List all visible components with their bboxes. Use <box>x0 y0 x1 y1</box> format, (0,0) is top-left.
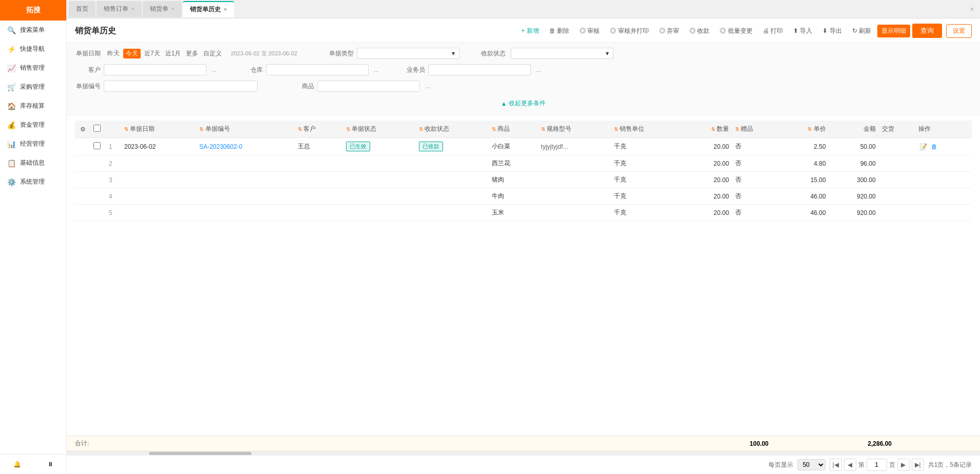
pause-icon[interactable]: ⏸ <box>47 461 53 468</box>
import-button[interactable]: ⬆ 导入 <box>789 25 816 37</box>
col-action: 操作 <box>915 121 972 138</box>
pay-status-select[interactable]: ▾ <box>511 48 613 59</box>
sidebar-item-system-mgmt[interactable]: ⚙️ 系统管理 <box>0 172 66 191</box>
scrollbar-thumb[interactable] <box>149 452 252 455</box>
row-settings <box>75 172 90 188</box>
toolbar: + 新增 🗑 删除 ◎ 审核 ◎ 审核并打印 ◎ 弃审 ◎ 收款 ◎ 批量变更 … <box>517 24 972 38</box>
sort-icon-7: ⇅ <box>541 126 545 132</box>
query-button[interactable]: 查询 <box>912 24 942 38</box>
col-gift[interactable]: ⇅ 赠品 <box>732 121 780 138</box>
select-all-checkbox[interactable] <box>93 125 101 132</box>
collapse-button[interactable]: ▲ 收起更多条件 <box>75 97 972 110</box>
date-shortcut-more[interactable]: 更多 <box>184 49 200 58</box>
col-pay-status[interactable]: ⇅ 收款状态 <box>416 121 489 138</box>
warehouse-input[interactable] <box>266 64 369 75</box>
col-spec[interactable]: ⇅ 规格型号 <box>538 121 611 138</box>
doc-type-select[interactable]: ▾ <box>357 48 459 59</box>
chevron-down-icon: ▾ <box>452 50 455 57</box>
col-unit-price[interactable]: ⇅ 单价 <box>780 121 829 138</box>
col-doc-no[interactable]: ⇅ 单据编号 <box>196 121 294 138</box>
page-size-select[interactable]: 50 100 200 <box>797 459 825 470</box>
horizontal-scrollbar[interactable] <box>67 451 980 455</box>
tab-sales-goods[interactable]: 销货单 × <box>143 1 182 17</box>
sort-icon-5: ⇅ <box>419 126 423 132</box>
date-shortcut-yesterday[interactable]: 昨天 <box>106 49 121 58</box>
sidebar-item-basic-info[interactable]: 📋 基础信息 <box>0 153 66 172</box>
row-doc-no[interactable] <box>196 172 294 188</box>
action-button[interactable]: 🗑 <box>930 143 938 150</box>
audit-print-button[interactable]: ◎ 审核并打印 <box>606 25 652 37</box>
sidebar-item-inventory-calc[interactable]: 🏠 库存核算 <box>0 96 66 115</box>
product-picker-button[interactable]: ... <box>425 83 430 90</box>
doc-number-input[interactable] <box>104 81 258 92</box>
product-input[interactable] <box>317 81 420 92</box>
export-button[interactable]: ⬇ 导出 <box>818 25 846 37</box>
close-sales-order-icon[interactable]: × <box>131 6 134 12</box>
col-customer[interactable]: ⇅ 客户 <box>295 121 343 138</box>
date-range-display: 2023-06-02 至 2023-06-02 <box>230 50 297 57</box>
close-all-tabs-button[interactable]: × <box>966 6 978 13</box>
row-pay-status <box>416 155 489 172</box>
row-doc-no[interactable] <box>196 155 294 172</box>
tab-sales-history[interactable]: 销货单历史 × <box>183 1 234 17</box>
warehouse-picker-button[interactable]: ... <box>374 66 379 73</box>
close-sales-history-icon[interactable]: × <box>224 7 227 12</box>
collect-button[interactable]: ◎ 收款 <box>685 25 714 37</box>
customer-picker-button[interactable]: ... <box>212 66 217 73</box>
sidebar-item-quick-nav[interactable]: ⚡ 快捷导航 <box>0 40 66 58</box>
last-page-button[interactable]: ▶| <box>912 459 924 471</box>
sidebar-item-ops-mgmt[interactable]: 📊 经营管理 <box>0 134 66 153</box>
row-date <box>121 188 196 205</box>
col-qty[interactable]: ⇅ 数量 <box>684 121 732 138</box>
row-qty: 20.00 <box>684 188 732 205</box>
action-button[interactable]: 📝 <box>918 143 928 150</box>
date-shortcut-today[interactable]: 今天 <box>123 49 141 58</box>
sidebar-item-finance-mgmt[interactable]: 💰 资金管理 <box>0 115 66 134</box>
prev-page-button[interactable]: ◀ <box>844 459 856 471</box>
batch-change-button[interactable]: ◎ 批量变更 <box>716 25 756 37</box>
show-detail-button[interactable]: 显示明细 <box>877 25 910 37</box>
next-page-button[interactable]: ▶ <box>897 459 910 471</box>
row-actions <box>915 188 972 205</box>
tab-sales-order[interactable]: 销售订单 × <box>97 1 142 17</box>
sidebar-bottom: 🔔 ⏸ <box>0 454 66 474</box>
row-unit-price: 46.00 <box>780 188 829 205</box>
notification-icon[interactable]: 🔔 <box>13 461 21 468</box>
sidebar-item-search-menu[interactable]: 🔍 搜索菜单 <box>0 21 66 40</box>
sidebar-item-sales-mgmt[interactable]: 📈 销售管理 <box>0 58 66 77</box>
delete-button[interactable]: 🗑 删除 <box>545 25 573 37</box>
salesperson-picker-button[interactable]: ... <box>536 66 541 73</box>
row-pay-status <box>416 188 489 205</box>
close-sales-goods-icon[interactable]: × <box>171 6 175 12</box>
table-header-row: ⚙ ⇅ 单据日期 ⇅ 单据编号 <box>75 121 972 138</box>
settings-icon[interactable]: ⚙ <box>80 126 86 133</box>
customer-input[interactable] <box>104 64 206 75</box>
settings-button[interactable]: 设置 <box>946 24 972 38</box>
col-settings[interactable]: ⚙ <box>75 121 90 138</box>
new-button[interactable]: + 新增 <box>517 25 543 37</box>
page-number-input[interactable] <box>867 459 887 471</box>
print-button[interactable]: 🖨 打印 <box>759 25 787 37</box>
row-doc-no[interactable] <box>196 205 294 221</box>
first-page-button[interactable]: |◀ <box>830 459 842 471</box>
row-doc-no[interactable] <box>196 188 294 205</box>
table-row: 3猪肉千克20.00否15.00300.00 <box>75 172 972 188</box>
col-doc-status[interactable]: ⇅ 单据状态 <box>343 121 416 138</box>
row-checkbox[interactable] <box>93 142 101 149</box>
col-unit[interactable]: ⇅ 销售单位 <box>611 121 684 138</box>
col-date[interactable]: ⇅ 单据日期 <box>121 121 196 138</box>
audit-button[interactable]: ◎ 审核 <box>575 25 604 37</box>
col-product[interactable]: ⇅ 商品 <box>489 121 538 138</box>
tab-home[interactable]: 首页 <box>69 1 95 17</box>
sidebar-item-purchase-mgmt[interactable]: 🛒 采购管理 <box>0 77 66 96</box>
salesperson-input[interactable] <box>428 64 531 75</box>
date-shortcut-1month[interactable]: 近1月 <box>164 49 183 58</box>
date-shortcut-custom[interactable]: 自定义 <box>202 49 223 58</box>
refresh-button[interactable]: ↻ 刷新 <box>848 25 875 37</box>
row-doc-no[interactable]: SA-20230602-0 <box>196 138 294 155</box>
col-seq <box>106 121 121 138</box>
row-amount: 50.00 <box>829 138 879 155</box>
sort-icon: ⇅ <box>124 126 128 132</box>
date-shortcut-7days[interactable]: 近7天 <box>143 49 162 58</box>
abandon-button[interactable]: ◎ 弃审 <box>655 25 683 37</box>
